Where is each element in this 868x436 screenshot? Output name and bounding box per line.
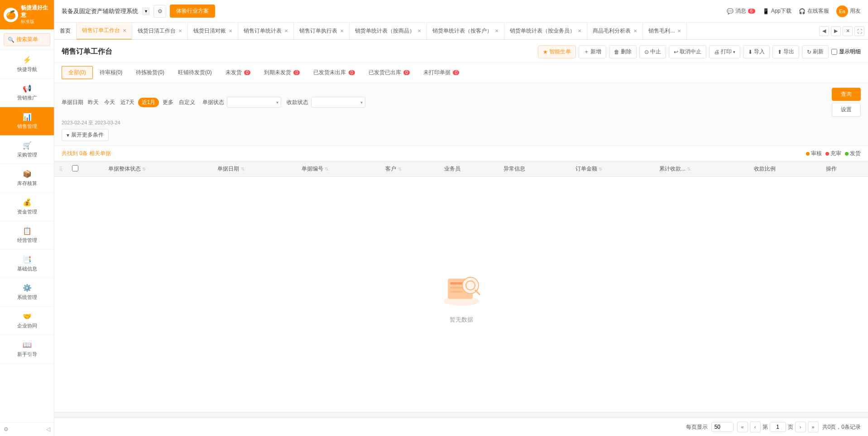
col-status[interactable]: 单据整体状态 ⇅	[104, 161, 213, 177]
tab-close-gross-margin[interactable]: ✕	[633, 28, 637, 33]
tab-scroll-left[interactable]: ◀	[819, 26, 829, 36]
filter-tab-wangpu[interactable]: 旺铺待发货(0)	[171, 66, 219, 79]
import-button[interactable]: ⬇ 导入	[743, 45, 770, 58]
filter-actions: 查询 设置	[832, 88, 861, 117]
tab-sales-stat[interactable]: 销售订单统计表 ✕	[238, 23, 294, 40]
per-page-select[interactable]: 50 20 100	[711, 422, 734, 432]
settings-button[interactable]: ⚙	[153, 5, 166, 18]
print-button[interactable]: 🖨 打印 ▾	[709, 45, 740, 58]
col-amount[interactable]: 订单金额 ⇅	[571, 161, 655, 177]
payment-select[interactable]	[311, 97, 365, 108]
show-detail-checkbox[interactable]	[831, 49, 837, 55]
sidebar-item-inventory[interactable]: 📦 库存核算	[0, 164, 54, 193]
tab-close-sales-more[interactable]: ✕	[677, 28, 681, 33]
add-button[interactable]: ＋ 新增	[579, 45, 606, 58]
refresh-button[interactable]: ↻ 刷新	[802, 45, 829, 58]
col-date[interactable]: 单据日期 ⇅	[213, 161, 297, 177]
review-batch-button[interactable]: 审核	[806, 150, 822, 157]
tab-sales-sum-product[interactable]: 销货单统计表（按商品） ✕	[350, 23, 427, 40]
tab-fullscreen[interactable]: ⛶	[854, 26, 864, 36]
ship-batch-button[interactable]: 发货	[845, 150, 861, 157]
expand-button[interactable]: ▾ 展开更多条件	[62, 129, 109, 141]
unreviewed-batch-button[interactable]: 充审	[825, 150, 841, 157]
page-number-input[interactable]	[770, 422, 786, 432]
collapse-icon[interactable]: ◁	[46, 426, 50, 432]
message-action[interactable]: 💬 消息 6	[727, 7, 755, 15]
date-opt-custom[interactable]: 自定义	[177, 98, 197, 107]
main-content: 装备及固定资产辅助管理系统 ▾ ⚙ 体验行业方案 💬 消息 6 📱 App下载 …	[54, 0, 868, 436]
tab-close-sales-exec[interactable]: ✕	[340, 28, 344, 33]
sidebar-item-sys-mgmt[interactable]: ⚙️ 系统管理	[0, 278, 54, 307]
filter-tab-expired[interactable]: 到期未发货 0	[257, 66, 307, 79]
tab-close-sales-sum-staff[interactable]: ✕	[578, 28, 581, 33]
page-prev-button[interactable]: ‹	[750, 422, 761, 432]
tab-home[interactable]: 首页	[54, 23, 77, 40]
filter-setting-button[interactable]: 设置	[832, 103, 861, 117]
date-opt-1month[interactable]: 近1月	[138, 98, 159, 107]
status-select[interactable]	[227, 97, 281, 108]
sidebar-item-purchase[interactable]: 🛒 采购管理	[0, 136, 54, 164]
tab-close-all[interactable]: ✕	[843, 26, 853, 36]
sidebar-item-base-info[interactable]: 📑 基础信息	[0, 250, 54, 278]
col-customer[interactable]: 客户 ⇅	[381, 161, 439, 177]
date-opt-yesterday[interactable]: 昨天	[86, 98, 101, 107]
stop-button[interactable]: ⊙ 中止	[639, 45, 666, 58]
tab-sales-exec[interactable]: 销售订单执行表 ✕	[294, 23, 350, 40]
export-button[interactable]: ⬆ 导出	[772, 45, 799, 58]
tab-close-sales-stat[interactable]: ✕	[284, 28, 288, 33]
system-dropdown-button[interactable]: ▾	[142, 7, 150, 15]
horizontal-scrollbar[interactable]	[54, 412, 868, 417]
filter-tab-not-printed[interactable]: 未打印单据 0	[417, 66, 466, 79]
sidebar-item-guide[interactable]: 📖 新手引导	[0, 335, 54, 364]
cancel-stop-button[interactable]: ↩ 取消中止	[669, 45, 706, 58]
filter-tab-pending-inspect[interactable]: 待拣验货(0)	[129, 66, 171, 79]
tab-cash-daily[interactable]: 钱货日清工作台 ✕	[132, 23, 188, 40]
filter-tab-not-shipped[interactable]: 未发货 0	[219, 66, 257, 79]
app-download-action[interactable]: 📱 App下载	[762, 7, 791, 15]
online-service-action[interactable]: 🎧 在线客服	[799, 7, 829, 15]
message-icon: 💬	[727, 8, 734, 14]
col-number[interactable]: 单据编号 ⇅	[297, 161, 381, 177]
workspace-header: 销售订单工作台 ★ 智能生单 ＋ 新增 🗑 删除 ⊙	[54, 40, 868, 62]
sidebar-item-ops[interactable]: 📋 经营管理	[0, 221, 54, 250]
sidebar-item-marketing[interactable]: 📢 营销推广	[0, 79, 54, 107]
col-collected[interactable]: 累计收款... ⇅	[655, 161, 749, 177]
sidebar-item-enterprise[interactable]: 🤝 企业协同	[0, 307, 54, 335]
tab-close-sales-order[interactable]: ✕	[123, 28, 126, 33]
industry-btn[interactable]: 体验行业方案	[170, 5, 215, 18]
page-first-button[interactable]: «	[737, 422, 748, 432]
sidebar-item-quick-nav[interactable]: ⚡ 快捷导航	[0, 50, 54, 79]
tab-cash-reconcile[interactable]: 钱货日清对账 ✕	[188, 23, 238, 40]
page-last-button[interactable]: »	[808, 422, 819, 432]
tab-sales-order[interactable]: 销售订单工作台 ✕	[77, 23, 132, 40]
filter-tab-pending-review[interactable]: 待审核(0)	[93, 66, 129, 79]
show-detail-label[interactable]: 显示明细	[831, 48, 861, 56]
date-opt-7days[interactable]: 近7天	[119, 98, 136, 107]
tab-sales-more[interactable]: 销售毛利... ✕	[643, 23, 687, 40]
select-all-checkbox[interactable]	[72, 165, 78, 171]
date-opt-more[interactable]: 更多	[161, 98, 175, 107]
settings-icon[interactable]: ⚙	[4, 426, 9, 432]
tab-gross-margin[interactable]: 商品毛利分析表 ✕	[587, 23, 643, 40]
filter-tab-shipped-out[interactable]: 已发货已出库 0	[362, 66, 417, 79]
smart-create-button[interactable]: ★ 智能生单	[538, 45, 576, 58]
tab-close-cash-daily[interactable]: ✕	[178, 28, 182, 33]
delete-button[interactable]: 🗑 删除	[609, 45, 637, 58]
page-next-button[interactable]: ›	[795, 422, 806, 432]
tab-close-sales-sum-customer[interactable]: ✕	[495, 28, 499, 33]
tab-close-cash-reconcile[interactable]: ✕	[229, 28, 232, 33]
date-opt-today[interactable]: 今天	[102, 98, 117, 107]
user-action[interactable]: Ea 用友	[836, 5, 861, 17]
tab-sales-sum-customer[interactable]: 销货单统计表（按客户） ✕	[427, 23, 504, 40]
filter-tab-shipped-not-out[interactable]: 已发货未出库 0	[307, 66, 361, 79]
tab-sales-sum-staff[interactable]: 销货单统计表（按业务员） ✕	[504, 23, 587, 40]
search-menu-button[interactable]: 🔍 搜索菜单	[4, 33, 50, 46]
tab-close-sales-sum-product[interactable]: ✕	[417, 28, 421, 33]
sort-collected-icon: ⇅	[687, 166, 691, 171]
sidebar-item-sales[interactable]: 📊 销售管理	[0, 107, 54, 136]
filter-tab-all[interactable]: 全部(0)	[62, 66, 93, 79]
sidebar-item-finance[interactable]: 💰 资金管理	[0, 193, 54, 221]
query-button[interactable]: 查询	[832, 88, 861, 101]
col-staff: 业务员	[440, 161, 499, 177]
tab-scroll-right[interactable]: ▶	[831, 26, 841, 36]
